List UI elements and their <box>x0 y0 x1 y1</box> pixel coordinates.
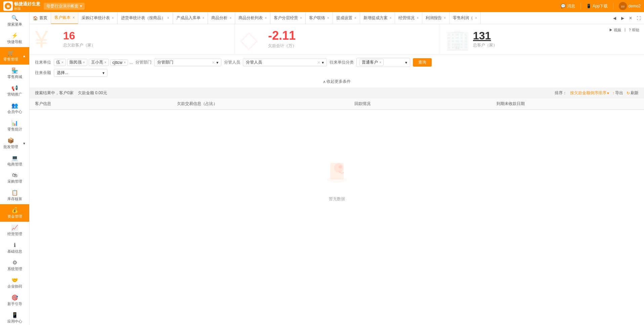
sidebar-item-basic-info[interactable]: ℹ 基础信息 <box>0 239 29 257</box>
svg-point-7 <box>339 165 342 169</box>
tab-raise-settings-close[interactable]: × <box>354 16 356 20</box>
tab-retail-profit-close[interactable]: × <box>475 16 477 20</box>
sidebar-item-retail-mgmt[interactable]: 🛒 零售管理 ▲ <box>0 47 29 65</box>
sidebar-app-center-label: 应用中心 <box>7 319 22 324</box>
tab-new-raise-plan[interactable]: 新增提成方案 × <box>360 12 395 24</box>
sidebar-item-marketing[interactable]: 📢 营销推广 <box>0 82 29 100</box>
tab-customer-segmentation[interactable]: 客户分层经营 × <box>270 12 306 24</box>
video-btn[interactable]: ▶ 视频 <box>609 28 621 33</box>
sidebar-ecommerce-label: 电商管理 <box>7 162 22 167</box>
balance-chevron-icon: ▾ <box>102 71 104 75</box>
sidebar-basic-info-label: 基础信息 <box>7 249 22 254</box>
user-profile[interactable]: D2 demo2 <box>619 2 641 10</box>
tab-product-analysis-close[interactable]: × <box>229 16 231 20</box>
stat-debt-total-value: -2.11 <box>268 30 296 42</box>
tab-business-situation-close[interactable]: × <box>417 16 419 20</box>
sidebar-item-system[interactable]: ⚙ 系统管理 <box>0 257 29 274</box>
tab-retail-profit[interactable]: 零售利润（ × <box>449 12 481 24</box>
sidebar-item-newcomer[interactable]: 🎯 新手引导 <box>0 292 29 309</box>
sidebar-item-wholesale[interactable]: 📦 批发管理 ▼ <box>0 135 29 152</box>
export-btn[interactable]: ↑ 导出 <box>612 90 623 96</box>
person-clear-icon[interactable]: ✕ <box>317 60 320 65</box>
search-icon: 🔍 <box>11 15 18 21</box>
stats-help: ▶ 视频 | ? 帮助 <box>609 28 639 33</box>
ecommerce-icon: 💻 <box>11 155 18 161</box>
sidebar: 🔍 搜索菜单 ⚡ 快捷导航 🛒 零售管理 ▲ 🏪 零售商城 📢 营销推广 <box>0 12 30 325</box>
sidebar-item-ecommerce[interactable]: 💻 电商管理 <box>0 152 29 170</box>
account-selector[interactable]: 母婴行业演示帐套 ▾ <box>44 3 85 10</box>
sidebar-item-search[interactable]: 🔍 搜索菜单 <box>0 12 29 30</box>
refresh-btn[interactable]: ↻ 刷新 <box>627 90 639 96</box>
retail-mgmt-icon: 🛒 <box>7 50 14 56</box>
sidebar-system-label: 系统管理 <box>7 266 22 272</box>
dept-clear-icon[interactable]: ✕ <box>212 60 215 65</box>
enterprise-icon: 🤝 <box>11 277 18 283</box>
message-btn[interactable]: 💬 消息 <box>561 3 575 9</box>
results-actions: 排序： 按欠款金额倒序排序 ▾ ↑ 导出 ↻ 刷新 <box>555 90 639 96</box>
sort-select[interactable]: 按欠款金额倒序排序 ▾ <box>570 90 609 96</box>
tab-customer-contact-close[interactable]: × <box>327 16 329 20</box>
sidebar-item-finance[interactable]: 💰 资金管理 <box>0 204 29 222</box>
help-btn[interactable]: ? 帮助 <box>629 28 639 33</box>
stat-total-customers-value[interactable]: 131 <box>473 30 497 41</box>
tab-close-all[interactable]: ✕ <box>627 15 634 22</box>
tab-fullscreen[interactable]: ⛶ <box>635 15 642 22</box>
sort-chevron-icon: ▾ <box>607 91 609 96</box>
tab-home-label: 首页 <box>39 15 47 21</box>
tab-scroll-right[interactable]: ▶ <box>619 15 626 22</box>
tab-customers-close[interactable]: × <box>73 16 75 20</box>
system-icon: ⚙ <box>12 259 17 266</box>
sidebar-item-retail-mall[interactable]: 🏪 零售商城 <box>0 65 29 82</box>
tab-raise-settings[interactable]: 提成设置 × <box>333 12 360 24</box>
collapse-btn[interactable]: ∧ 收起更多条件 <box>323 79 351 84</box>
col-debt-info: 欠款交易信息（占比） <box>177 101 355 107</box>
wholesale-icon: 📦 <box>7 137 14 144</box>
person-select[interactable]: 分管人员 ✕ ▾ <box>243 59 327 66</box>
tab-home[interactable]: 🏠 首页 <box>30 12 51 24</box>
finance-icon: 💰 <box>11 207 18 213</box>
sidebar-item-operation[interactable]: 📈 经营管理 <box>0 222 29 239</box>
dept-select-value: 分管部门 <box>157 60 173 65</box>
unit-type-tag-remove[interactable]: × <box>379 61 381 64</box>
balance-select[interactable]: 选择... ▾ <box>54 69 108 77</box>
filter-tag-4-remove[interactable]: × <box>124 61 126 64</box>
tab-inbound-stats[interactable]: 进货单统计表（按商品） × <box>118 12 173 24</box>
filter-more[interactable]: ... <box>129 60 133 65</box>
filter-tags: 伍 × 陈民强 × 王小亮 × cjttcw × <box>54 59 133 66</box>
tab-product-analysis[interactable]: 商品分析 × <box>208 12 235 24</box>
tab-customer-seg-close[interactable]: × <box>300 16 302 20</box>
filter-row-1: 往来单位 伍 × 陈民强 × 王小亮 × <box>35 58 639 67</box>
tab-profit-report-close[interactable]: × <box>444 16 446 20</box>
tab-cost-inbound[interactable]: 产成品入库单 × <box>173 12 208 24</box>
tab-purchase-orders-label: 采购订单统计表 <box>82 15 110 21</box>
tab-customer-contact[interactable]: 客户联络 × <box>306 12 333 24</box>
tab-business-situation[interactable]: 经营情况 × <box>395 12 422 24</box>
tab-scroll-left[interactable]: ◀ <box>611 15 618 22</box>
stat-debt-total: ◇ -2.11 欠款合计（万） <box>234 24 439 54</box>
sidebar-item-inventory[interactable]: 📋 库存核算 <box>0 187 29 204</box>
sidebar-item-member-center[interactable]: 👥 会员中心 <box>0 100 29 117</box>
tab-inbound-close[interactable]: × <box>167 16 169 20</box>
dept-select[interactable]: 分管部门 ✕ ▾ <box>154 59 221 66</box>
tab-cost-inbound-close[interactable]: × <box>203 16 205 20</box>
sidebar-item-app-center[interactable]: 📱 应用中心 <box>0 309 29 325</box>
tab-new-raise-plan-close[interactable]: × <box>390 16 392 20</box>
user-label: demo2 <box>628 4 641 8</box>
sidebar-item-quick-nav[interactable]: ⚡ 快捷导航 <box>0 30 29 47</box>
sidebar-item-enterprise[interactable]: 🤝 企业协同 <box>0 274 29 292</box>
sidebar-item-purchase[interactable]: 🛍 采购管理 <box>0 170 29 187</box>
tab-profit-report[interactable]: 利润报告 × <box>422 12 449 24</box>
filter-tag-3-remove[interactable]: × <box>104 61 106 64</box>
app-download-btn[interactable]: 📱 App下载 <box>586 3 608 9</box>
tab-product-analysis-list-close[interactable]: × <box>265 16 267 20</box>
tab-customers[interactable]: 客户账本 × <box>51 12 78 24</box>
filter-tag-2-remove[interactable]: × <box>83 61 85 64</box>
filter-tag-1-remove[interactable]: × <box>61 61 63 64</box>
sidebar-item-retail-stats[interactable]: 📊 零售统计 <box>0 117 29 135</box>
tab-purchase-orders-close[interactable]: × <box>112 16 114 20</box>
tab-product-analysis-list[interactable]: 商品分析列表 × <box>235 12 270 24</box>
query-button[interactable]: 查询 <box>413 58 432 67</box>
top-bar: 畅 畅捷通好生意 标版 母婴行业演示帐套 ▾ 💬 消息 📱 App下载 D <box>0 0 644 12</box>
tab-purchase-orders[interactable]: 采购订单统计表 × <box>78 12 118 24</box>
unit-type-select[interactable]: 普通客户 × ▾ <box>356 58 410 67</box>
